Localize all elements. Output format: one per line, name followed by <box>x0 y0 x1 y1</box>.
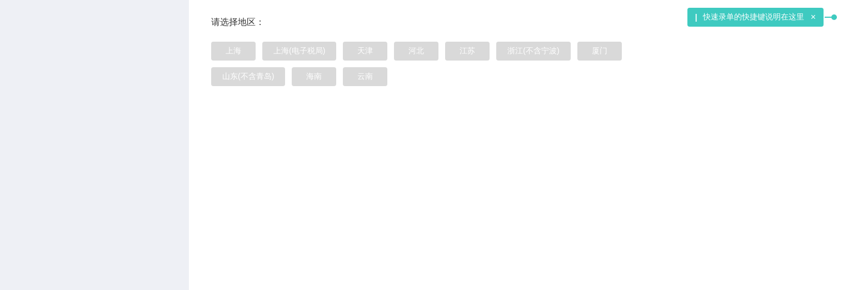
tooltip-connector-dot <box>831 14 837 20</box>
tooltip-banner: 快速录单的快捷键说明在这里 × <box>687 8 824 27</box>
region-btn-tianjin[interactable]: 天津 <box>343 42 387 61</box>
region-btn-hebei[interactable]: 河北 <box>394 42 438 61</box>
region-btn-shanghai-etax[interactable]: 上海(电子税局) <box>262 42 336 61</box>
region-buttons-container: 上海 上海(电子税局) 天津 河北 江苏 浙江(不含宁波) 厦门 <box>211 42 846 61</box>
region-btn-shandong[interactable]: 山东(不含青岛) <box>211 67 285 86</box>
region-btn-yunnan[interactable]: 云南 <box>343 67 387 86</box>
tooltip-close-button[interactable]: × <box>811 12 816 22</box>
left-sidebar <box>0 0 189 290</box>
region-btn-shanghai[interactable]: 上海 <box>211 42 256 61</box>
region-btn-xiamen[interactable]: 厦门 <box>577 42 622 61</box>
region-btn-zhejiang[interactable]: 浙江(不含宁波) <box>496 42 570 61</box>
tooltip-text: 快速录单的快捷键说明在这里 <box>703 12 804 22</box>
region-buttons-row2: 山东(不含青岛) 海南 云南 <box>211 67 846 86</box>
main-content: 请选择地区： 上海 上海(电子税局) 天津 河北 江苏 浙江(不含宁波) 厦门 … <box>189 0 868 290</box>
region-btn-jiangsu[interactable]: 江苏 <box>445 42 490 61</box>
region-btn-hainan[interactable]: 海南 <box>292 67 336 86</box>
